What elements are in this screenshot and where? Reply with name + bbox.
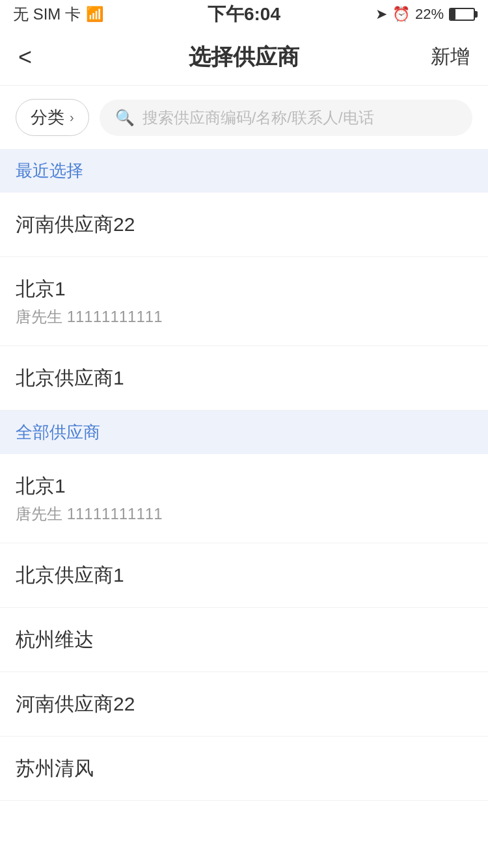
- nav-bar: < 选择供应商 新增: [0, 29, 488, 86]
- supplier-contact: 唐先生 11111111111: [16, 504, 472, 524]
- page-title: 选择供应商: [189, 42, 299, 72]
- supplier-name: 北京供应商1: [16, 364, 472, 392]
- supplier-name: 苏州清风: [16, 755, 472, 782]
- wifi-icon: 📶: [86, 6, 103, 23]
- status-bar: 无 SIM 卡 📶 下午6:04 ➤ ⏰ 22%: [0, 0, 488, 29]
- location-icon: ➤: [375, 6, 387, 23]
- search-icon: 🔍: [115, 109, 135, 127]
- supplier-name: 杭州维达: [16, 626, 472, 653]
- list-item[interactable]: 北京供应商1: [0, 346, 488, 411]
- recent-section-header: 最近选择: [0, 149, 488, 193]
- list-item[interactable]: 杭州维达: [0, 608, 488, 672]
- category-label: 分类: [31, 106, 64, 129]
- all-list: 北京1唐先生 11111111111北京供应商1杭州维达河南供应商22苏州清风: [0, 454, 488, 801]
- chevron-right-icon: ›: [70, 110, 74, 125]
- alarm-icon: ⏰: [392, 6, 410, 23]
- search-box[interactable]: 🔍 搜索供应商编码/名称/联系人/电话: [100, 100, 472, 136]
- category-button[interactable]: 分类 ›: [16, 99, 89, 136]
- battery-percent: 22%: [415, 6, 444, 23]
- list-item[interactable]: 北京1唐先生 11111111111: [0, 454, 488, 543]
- supplier-contact: 唐先生 11111111111: [16, 306, 472, 327]
- back-button[interactable]: <: [18, 44, 57, 71]
- status-left: 无 SIM 卡 📶: [13, 4, 103, 25]
- filter-bar: 分类 › 🔍 搜索供应商编码/名称/联系人/电话: [0, 86, 488, 149]
- status-right: ➤ ⏰ 22%: [375, 6, 475, 23]
- all-section-header: 全部供应商: [0, 411, 488, 454]
- supplier-name: 北京1: [16, 275, 472, 303]
- supplier-name: 河南供应商22: [16, 211, 472, 238]
- list-item[interactable]: 河南供应商22: [0, 672, 488, 737]
- list-item[interactable]: 北京1唐先生 11111111111: [0, 257, 488, 346]
- supplier-name: 河南供应商22: [16, 690, 472, 718]
- battery-icon: [449, 8, 475, 21]
- supplier-name: 北京1: [16, 472, 472, 500]
- supplier-name: 北京供应商1: [16, 562, 472, 589]
- list-item[interactable]: 河南供应商22: [0, 193, 488, 257]
- status-time: 下午6:04: [208, 2, 280, 27]
- recent-list: 河南供应商22北京1唐先生 11111111111北京供应商1: [0, 193, 488, 411]
- search-input[interactable]: 搜索供应商编码/名称/联系人/电话: [142, 107, 374, 128]
- new-supplier-button[interactable]: 新增: [431, 44, 470, 70]
- list-item[interactable]: 北京供应商1: [0, 543, 488, 608]
- list-item[interactable]: 苏州清风: [0, 737, 488, 801]
- sim-label: 无 SIM 卡: [13, 4, 81, 25]
